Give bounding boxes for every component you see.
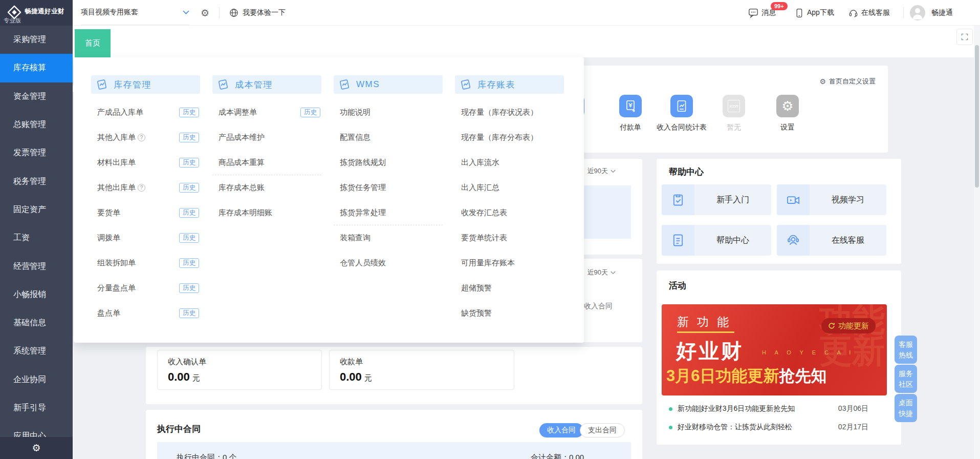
- megamenu-item[interactable]: 现存量（库存分布表）: [455, 125, 564, 150]
- sidebar-item[interactable]: 采购管理: [0, 26, 73, 54]
- megamenu-item[interactable]: 现存量（库存状况表）: [455, 100, 564, 125]
- help-item-online-service[interactable]: 在线客服: [777, 225, 886, 256]
- megamenu-item[interactable]: 分量盘点单 历史: [91, 276, 200, 301]
- user-avatar[interactable]: [910, 5, 925, 20]
- fullscreen-toggle-button[interactable]: [956, 29, 973, 45]
- news-item[interactable]: 好业财移动仓管：让拣货从此刻轻松 02月17日: [669, 420, 868, 434]
- megamenu-item[interactable]: 盘点单 历史: [91, 301, 200, 326]
- quick-tile-income-contract-report[interactable]: [670, 95, 693, 117]
- megamenu-item[interactable]: 拣货异常处理: [334, 200, 443, 225]
- feature-update-button[interactable]: 功能更新: [821, 318, 876, 333]
- quick-tile-placeholder[interactable]: icon: [723, 95, 745, 117]
- megamenu-item-label: 装箱查询: [340, 233, 371, 243]
- megamenu-item[interactable]: 材料出库单 历史: [91, 150, 200, 175]
- float-tab-desktop-shortcut[interactable]: 桌面 快捷: [895, 394, 917, 422]
- stat-card-receipt[interactable]: 收款单 0.00元: [329, 350, 514, 390]
- sidebar-item[interactable]: 固定资产: [0, 196, 73, 224]
- sidebar-item[interactable]: 新手引导: [0, 394, 73, 422]
- tab-expense-contract[interactable]: 支出合同: [580, 423, 625, 437]
- megamenu-item[interactable]: 出入库流水: [455, 150, 564, 175]
- megamenu-item[interactable]: 库存成本总账: [212, 175, 321, 200]
- quick-tile-settings[interactable]: ⚙: [776, 95, 799, 117]
- account-settings-gear-icon[interactable]: ⚙: [201, 0, 209, 26]
- megamenu-item[interactable]: 库存成本明细账: [212, 200, 321, 225]
- megamenu-item[interactable]: 其他入库单 ? 历史: [91, 125, 200, 150]
- history-badge[interactable]: 历史: [179, 108, 199, 118]
- home-customize-link[interactable]: ⚙ 首页自定义设置: [819, 77, 876, 86]
- sidebar-settings-gear-icon[interactable]: ⚙: [0, 437, 73, 459]
- megamenu-item[interactable]: 拣货任务管理: [334, 175, 443, 200]
- float-tab-hotline[interactable]: 客服 热线: [895, 336, 917, 364]
- history-badge[interactable]: 历史: [179, 283, 199, 294]
- megamenu-item-label: 仓管人员绩效: [340, 258, 386, 268]
- megamenu-item[interactable]: 仓管人员绩效: [334, 251, 443, 276]
- megamenu-item[interactable]: 配置信息: [334, 125, 443, 150]
- megamenu-item[interactable]: 收发存汇总表: [455, 200, 564, 225]
- help-item-getting-started[interactable]: 新手入门: [662, 184, 771, 215]
- app-download-button[interactable]: App下载: [794, 0, 834, 26]
- megamenu-item[interactable]: 要货单统计表: [455, 225, 564, 251]
- promo-banner[interactable]: 功能 更新 新功能 好业财 H A O Y E C A I 功能更新 3月6日功…: [662, 304, 887, 395]
- sidebar-item[interactable]: 发票管理: [0, 139, 73, 167]
- history-badge[interactable]: 历史: [179, 158, 199, 168]
- sidebar-item[interactable]: 库存核算: [0, 54, 73, 82]
- help-item-video-learning[interactable]: 视频学习: [777, 184, 886, 215]
- sidebar-item-label: 小畅报销: [13, 289, 46, 300]
- megamenu-item[interactable]: 缺货预警: [455, 301, 564, 326]
- megamenu-item[interactable]: 可用量库存账本: [455, 251, 564, 276]
- quick-tile-label[interactable]: 设置: [752, 123, 823, 132]
- date-range-filter[interactable]: 近90天: [587, 268, 616, 277]
- megamenu-item[interactable]: 装箱查询: [334, 225, 443, 251]
- history-badge[interactable]: 历史: [179, 208, 199, 218]
- date-range-filter[interactable]: 近90天: [587, 166, 616, 176]
- megamenu-item[interactable]: 拣货路线规划: [334, 150, 443, 175]
- history-badge[interactable]: 历史: [179, 133, 199, 143]
- help-item-help-center[interactable]: 帮助中心: [662, 225, 771, 256]
- megamenu-item[interactable]: 调拨单 历史: [91, 225, 200, 251]
- megamenu-column-header: WMS: [334, 75, 443, 94]
- megamenu-item[interactable]: 超储预警: [455, 276, 564, 301]
- quick-tile-payment[interactable]: [619, 95, 642, 117]
- megamenu-item[interactable]: 成本调整单 历史: [212, 100, 321, 125]
- help-question-icon[interactable]: ?: [138, 184, 145, 192]
- float-tab-community[interactable]: 服务 社区: [895, 365, 917, 393]
- megamenu-item[interactable]: 要货单 历史: [91, 200, 200, 225]
- sidebar-item[interactable]: 资金管理: [0, 82, 73, 111]
- account-set-selector[interactable]: 项目视频专用账套: [81, 0, 189, 25]
- support-agent-icon: [777, 225, 810, 256]
- megamenu-item[interactable]: 功能说明: [334, 100, 443, 125]
- news-item[interactable]: 新功能|好业财3月6日功能更新抢先知 03月06日: [669, 402, 868, 416]
- megamenu-item[interactable]: 产品成本维护: [212, 125, 321, 150]
- sidebar-item[interactable]: 税务管理: [0, 167, 73, 195]
- stat-card-income-confirm[interactable]: 收入确认单 0.00元: [157, 350, 322, 390]
- sidebar-item[interactable]: 工资: [0, 224, 73, 252]
- sidebar-item[interactable]: 经营管理: [0, 252, 73, 280]
- sidebar-item[interactable]: 企业协同: [0, 366, 73, 394]
- experience-link[interactable]: 我要体验一下: [229, 0, 286, 26]
- app-root: 畅捷通好业财 专业版 项目视频专用账套 ⚙ 我要体验一下 消息 99+: [0, 0, 980, 459]
- scrollbar-thumb[interactable]: [975, 45, 979, 187]
- tab-home[interactable]: 首页: [75, 29, 111, 57]
- history-badge[interactable]: 历史: [179, 183, 199, 193]
- history-badge[interactable]: 历史: [179, 308, 199, 319]
- sidebar-item-label: 应用中心: [13, 431, 46, 437]
- history-badge[interactable]: 历史: [179, 233, 199, 243]
- logo-zone[interactable]: 畅捷通好业财 专业版: [0, 0, 73, 26]
- history-badge[interactable]: 历史: [179, 258, 199, 268]
- megamenu-item[interactable]: 商品成本重算: [212, 150, 321, 175]
- megamenu-item[interactable]: 产成品入库单 历史: [91, 100, 200, 125]
- sidebar-item[interactable]: 基础信息: [0, 309, 73, 337]
- megamenu-item[interactable]: 其他出库单 ? 历史: [91, 175, 200, 200]
- scrollbar-track[interactable]: [974, 26, 980, 459]
- sidebar-item[interactable]: 总账管理: [0, 111, 73, 139]
- help-question-icon[interactable]: ?: [138, 134, 145, 141]
- megamenu-item[interactable]: 出入库汇总: [455, 175, 564, 200]
- tab-income-contract[interactable]: 收入合同: [539, 423, 583, 437]
- megamenu-item[interactable]: 组装拆卸单 历史: [91, 251, 200, 276]
- username-label[interactable]: 畅捷通: [931, 0, 953, 26]
- sidebar-item[interactable]: 小畅报销: [0, 281, 73, 309]
- sidebar-item[interactable]: 系统管理: [0, 337, 73, 365]
- sidebar-item[interactable]: 应用中心: [0, 422, 73, 437]
- online-service-button[interactable]: 在线客服: [848, 0, 890, 26]
- history-badge[interactable]: 历史: [300, 108, 320, 118]
